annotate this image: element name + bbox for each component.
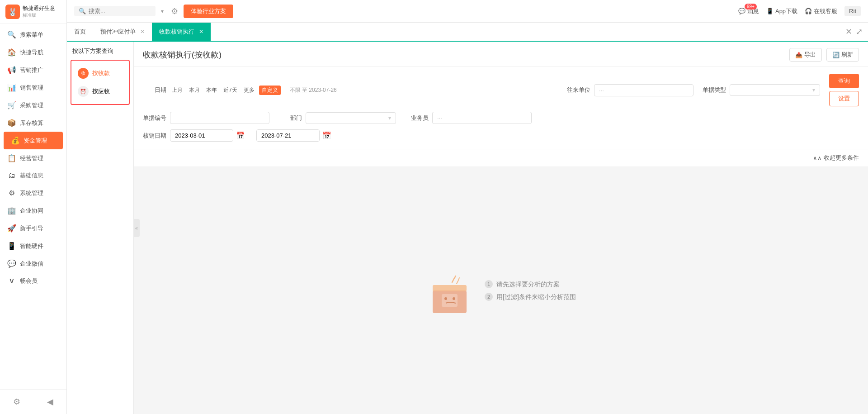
svg-rect-1: [433, 285, 467, 291]
sidebar-item-marketing[interactable]: 📢 营销推广: [0, 61, 66, 79]
writeoff-date-start-cal-icon[interactable]: 📅: [236, 131, 245, 140]
operation-icon: 📋: [7, 154, 16, 162]
expand-icon[interactable]: ⤢: [856, 27, 863, 37]
sidebar-item-purchase[interactable]: 🛒 采购管理: [0, 96, 66, 114]
tab-prepay[interactable]: 预付冲应付单 ✕: [93, 23, 152, 42]
writeoff-date-label: 核销日期: [143, 132, 166, 140]
writeoff-date-end-cal-icon[interactable]: 📅: [322, 131, 331, 140]
sidebar-item-marketing-label: 营销推广: [20, 66, 43, 74]
filter-panel-collapse[interactable]: «: [133, 219, 140, 237]
sidebar-bottom: ⚙ ◀: [0, 389, 66, 414]
filter-by-receivable-label: 按应收: [92, 87, 110, 95]
sidebar-item-search[interactable]: 🔍 搜索菜单: [0, 26, 66, 43]
message-button[interactable]: 💬 消息 99+: [738, 7, 759, 15]
sidebar-item-quicknav[interactable]: 🏠 快捷导航: [0, 43, 66, 61]
refresh-button[interactable]: 🔄 刷新: [826, 48, 859, 62]
sidebar-item-enterprise[interactable]: 🏢 企业协同: [0, 202, 66, 219]
topbar-search-icon: 🔍: [79, 8, 86, 14]
filter-options-box: 收 按收款 ⏰ 按应收: [71, 60, 130, 105]
settings-button[interactable]: ⚙: [10, 394, 23, 409]
empty-illustration: [426, 268, 471, 313]
date-last-month[interactable]: 上月: [170, 86, 184, 95]
sidebar-item-member[interactable]: V 畅会员: [0, 272, 66, 290]
topbar-chevron-icon[interactable]: ▾: [161, 8, 164, 14]
logo-area: 🐰 畅捷通好生意 标准版: [0, 0, 66, 24]
tab-prepay-close[interactable]: ✕: [140, 29, 145, 35]
sidebar-item-basic[interactable]: 🗂 基础信息: [0, 167, 66, 184]
finance-icon: 💰: [11, 136, 20, 145]
collapse-sidebar-button[interactable]: ◀: [44, 394, 56, 409]
page-title: 收款核销执行(按收款): [143, 49, 222, 60]
step-2-badge: 2: [485, 293, 493, 301]
tabbar-right: ✕ ⤢: [845, 27, 868, 37]
sidebar-item-finance[interactable]: 💰 资金管理: [4, 132, 63, 149]
sidebar-item-hardware[interactable]: 📱 智能硬件: [0, 237, 66, 255]
tab-home[interactable]: 首页: [67, 23, 93, 42]
sidebar-item-operation[interactable]: 📋 经营管理: [0, 149, 66, 167]
department-field: 部门 ▾: [278, 112, 396, 124]
system-icon: ⚙: [7, 189, 16, 197]
sidebar-item-wechat[interactable]: 💬 企业微信: [0, 255, 66, 272]
service-icon: 🎧: [805, 8, 812, 14]
filter-by-collection-label: 按收款: [92, 69, 110, 77]
sidebar-item-enterprise-label: 企业协同: [20, 207, 43, 215]
doc-type-select[interactable]: ▾: [730, 84, 820, 96]
salesperson-field: 业务员 ···: [405, 112, 532, 124]
counterparty-dots: ···: [599, 87, 689, 94]
sidebar-item-operation-label: 经营管理: [20, 154, 43, 162]
topbar-search-box[interactable]: 🔍: [74, 6, 156, 16]
topbar-gear-icon[interactable]: ⚙: [171, 6, 178, 16]
close-tab-icon[interactable]: ✕: [845, 27, 852, 37]
app-download-button[interactable]: 📱 App下载: [766, 7, 797, 15]
form-row-3: 核销日期 📅 — 📅: [143, 129, 859, 142]
writeoff-date-start-input[interactable]: [170, 129, 233, 142]
sidebar-item-system[interactable]: ⚙ 系统管理: [0, 184, 66, 202]
department-label: 部门: [278, 114, 302, 122]
solution-button[interactable]: 体验行业方案: [184, 5, 233, 18]
export-icon: 📤: [795, 52, 802, 58]
inventory-icon: 📦: [7, 119, 16, 127]
department-select[interactable]: ▾: [306, 112, 396, 124]
collapse-more-icon: ∧∧: [813, 155, 822, 162]
filter-panel: 按以下方案查询 收 按收款 ⏰ 按应收 «: [67, 42, 134, 414]
date-custom[interactable]: 自定义: [259, 86, 281, 95]
doc-type-label: 单据类型: [703, 86, 726, 94]
home-icon: 🏠: [7, 48, 16, 57]
salesperson-input[interactable]: ···: [432, 112, 532, 124]
date-this-month[interactable]: 本月: [187, 86, 202, 95]
export-button[interactable]: 📤 导出: [789, 48, 822, 62]
setting-button[interactable]: 设置: [829, 91, 859, 106]
sidebar-item-sales[interactable]: 📊 销售管理: [0, 79, 66, 96]
query-form: 日期 上月 本月 本年 近7天 更多 自定义 不限 至 2023-07-26: [134, 67, 868, 149]
filter-by-receivable[interactable]: ⏰ 按应收: [73, 82, 127, 100]
sidebar-item-inventory[interactable]: 📦 库存核算: [0, 114, 66, 132]
salesperson-dots: ···: [437, 114, 527, 121]
empty-state: 1 请先选择要分析的方案 2 用[过滤]条件来缩小分析范围: [134, 167, 868, 414]
query-button[interactable]: 查询: [829, 74, 859, 88]
sidebar-item-guide[interactable]: 🚀 新手引导: [0, 219, 66, 237]
header-actions: 📤 导出 🔄 刷新: [789, 48, 859, 62]
date-more[interactable]: 更多: [242, 86, 256, 95]
message-badge: 99+: [745, 4, 757, 10]
tab-collection-close[interactable]: ✕: [199, 29, 203, 35]
date-this-year[interactable]: 本年: [204, 86, 219, 95]
counterparty-input[interactable]: ···: [594, 84, 693, 96]
counterparty-field: 往来单位 ···: [567, 84, 693, 96]
user-profile-button[interactable]: Rit: [844, 6, 861, 16]
doc-number-input[interactable]: [170, 112, 269, 124]
online-service-button[interactable]: 🎧 在线客服: [805, 7, 837, 15]
filter-by-collection[interactable]: 收 按收款: [73, 64, 127, 82]
tab-home-label: 首页: [74, 28, 86, 36]
topbar-right: 💬 消息 99+ 📱 App下载 🎧 在线客服 Rit: [738, 6, 861, 16]
sidebar-item-finance-label: 资金管理: [24, 137, 47, 145]
writeoff-date-end-input[interactable]: [256, 129, 320, 142]
topbar-search-input[interactable]: [89, 8, 147, 14]
doc-number-label: 单据编号: [143, 114, 166, 122]
username-label: Rit: [849, 8, 856, 14]
marketing-icon: 📢: [7, 66, 16, 74]
tab-collection[interactable]: 收款核销执行 ✕: [152, 23, 211, 42]
collapse-more-button[interactable]: ∧∧ 收起更多条件: [813, 154, 859, 162]
date-7days[interactable]: 近7天: [222, 86, 239, 95]
doc-type-arrow-icon: ▾: [812, 87, 815, 93]
basic-icon: 🗂: [7, 171, 16, 180]
